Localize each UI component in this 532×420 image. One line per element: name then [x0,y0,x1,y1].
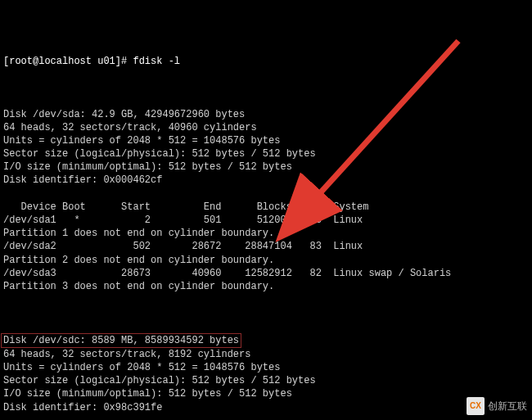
watermark-logo: CX [467,397,485,415]
sda-partition-2: /dev/sda2 502 28672 28847104 83 Linux [3,241,363,252]
disk-sdc-block: 64 heads, 32 sectors/track, 8192 cylinde… [3,348,529,420]
sda-io: I/O size (minimum/optimal): 512 bytes / … [3,161,292,173]
sda-warning-2: Partition 2 does not end on cylinder bou… [3,255,274,266]
sda-identifier: Disk identifier: 0x000462cf [3,174,162,186]
sdc-size: Disk /dev/sdc: 8589 MB, 8589934592 bytes [3,335,239,346]
sda-warning-1: Partition 1 does not end on cylinder bou… [3,228,274,239]
blank-line [3,81,529,94]
sda-partition-3: /dev/sda3 28673 40960 12582912 82 Linux … [3,268,451,279]
sda-warning-3: Partition 3 does not end on cylinder bou… [3,281,274,292]
sdc-units: Units = cylinders of 2048 * 512 = 104857… [3,362,280,373]
shell-prompt: [root@localhost u01]# fdisk -l [3,55,529,68]
sdc-sector: Sector size (logical/physical): 512 byte… [3,375,316,386]
highlight-sdc-box: Disk /dev/sdc: 8589 MB, 8589934592 bytes [1,333,241,348]
sda-table-header: Device Boot Start End Blocks Id System [3,201,368,213]
sda-units: Units = cylinders of 2048 * 512 = 104857… [3,135,280,147]
sda-size: Disk /dev/sda: 42.9 GB, 42949672960 byte… [3,109,245,120]
sda-partition-1: /dev/sda1 * 2 501 512000 83 Linux [3,215,363,226]
watermark-text: 创新互联 [488,400,527,413]
prompt-text: [root@localhost u01]# fdisk -l [3,56,180,67]
sda-sector: Sector size (logical/physical): 512 byte… [3,148,316,160]
disk-sda-block: Disk /dev/sda: 42.9 GB, 42949672960 byte… [3,108,529,294]
sda-geometry: 64 heads, 32 sectors/track, 40960 cylind… [3,122,257,133]
blank-line [3,306,529,319]
sdc-geometry: 64 heads, 32 sectors/track, 8192 cylinde… [3,349,250,360]
sdc-io: I/O size (minimum/optimal): 512 bytes / … [3,388,292,400]
sdc-identifier: Disk identifier: 0x98c391fe [3,402,162,413]
watermark: CX 创新互联 [467,397,527,415]
